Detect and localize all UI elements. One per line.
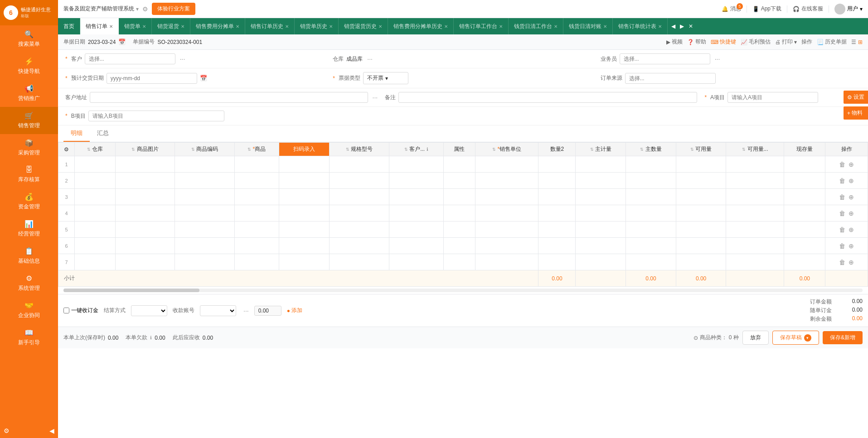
row-product[interactable] xyxy=(234,238,279,254)
row-unit[interactable] xyxy=(475,254,538,270)
address-dots-icon[interactable]: ··· xyxy=(373,94,378,101)
view-video-link[interactable]: ▶ 视频 xyxy=(666,38,683,46)
tab-sales-invoice[interactable]: 销货单 ✕ xyxy=(119,18,152,34)
tab-cash-workbench[interactable]: 钱货日清工作台 ✕ xyxy=(509,18,563,34)
row-unit[interactable] xyxy=(475,238,538,254)
row-code[interactable] xyxy=(175,254,234,270)
invoice-select[interactable]: 不开票 ▾ xyxy=(363,72,408,84)
quick-checkout-field[interactable]: 一键收订金 xyxy=(63,307,98,314)
customer-input[interactable] xyxy=(85,53,175,64)
sidebar-item-marketing[interactable]: 📢 营销推广 xyxy=(0,80,58,107)
payment-method-select[interactable] xyxy=(131,305,167,316)
tab-detail[interactable]: 明细 xyxy=(63,125,90,142)
tab-close-icon[interactable]: ✕ xyxy=(499,24,503,29)
row-unit[interactable] xyxy=(475,173,538,189)
row-attributes[interactable] xyxy=(443,238,475,254)
row-copy-btn[interactable]: ⊕ xyxy=(848,160,855,169)
row-copy-btn[interactable]: ⊕ xyxy=(848,176,855,185)
tab-cash-reconcile[interactable]: 钱货日清对账 ✕ xyxy=(563,18,613,34)
account-dots-icon[interactable]: ··· xyxy=(243,307,249,314)
solution-button[interactable]: 体验行业方案 xyxy=(152,3,195,15)
history-link[interactable]: 📃 历史单据 xyxy=(817,38,847,46)
row-code[interactable] xyxy=(175,238,234,254)
tab-close-icon[interactable]: ✕ xyxy=(109,24,113,29)
collapse-icon[interactable]: ◀ xyxy=(49,427,54,434)
row-spec[interactable] xyxy=(330,205,389,221)
row-copy-btn[interactable]: ⊕ xyxy=(848,193,855,202)
row-code[interactable] xyxy=(175,156,234,173)
quick-checkout-checkbox[interactable] xyxy=(63,308,69,313)
tab-home[interactable]: 首页 xyxy=(58,18,80,34)
expand-icon[interactable]: ⊞ xyxy=(858,39,863,45)
row-delete-btn[interactable]: 🗑 xyxy=(838,258,846,267)
settings-float-btn[interactable]: ⚙ 设置 xyxy=(844,91,868,104)
settings-bottom-icon[interactable]: ⚙ xyxy=(4,427,10,434)
user-menu[interactable]: 用户 ▾ xyxy=(834,4,863,14)
row-qty2[interactable] xyxy=(538,189,576,205)
row-delete-btn[interactable]: 🗑 xyxy=(838,241,846,250)
row-code[interactable] xyxy=(175,189,234,205)
tab-sales-return[interactable]: 销货退货 ✕ xyxy=(152,18,190,34)
sidebar-item-enterprise[interactable]: 🤝 企业协同 xyxy=(0,297,58,324)
row-unit[interactable] xyxy=(475,205,538,221)
row-customer-code[interactable] xyxy=(389,156,443,173)
row-spec[interactable] xyxy=(330,173,389,189)
row-main-qty[interactable] xyxy=(626,254,676,270)
row-product[interactable] xyxy=(234,173,279,189)
operate-link[interactable]: 操作 xyxy=(801,38,812,46)
row-delete-btn[interactable]: 🗑 xyxy=(838,193,846,202)
save-new-button[interactable]: 保存&新增 xyxy=(823,331,863,344)
row-warehouse[interactable] xyxy=(75,205,116,221)
row-delete-btn[interactable]: 🗑 xyxy=(838,225,846,234)
row-qty2[interactable] xyxy=(538,173,576,189)
scroll-thumb[interactable] xyxy=(63,289,199,292)
tab-sales-statistics[interactable]: 销售订单统计表 ✕ xyxy=(613,18,668,34)
row-qty2[interactable] xyxy=(538,221,576,238)
row-qty2[interactable] xyxy=(538,254,576,270)
row-product[interactable] xyxy=(234,205,279,221)
row-product[interactable] xyxy=(234,254,279,270)
row-qty2[interactable] xyxy=(538,238,576,254)
tab-close-icon[interactable]: ✕ xyxy=(444,24,448,29)
sidebar-item-guide[interactable]: 📖 新手引导 xyxy=(0,324,58,351)
row-main-qty[interactable] xyxy=(626,173,676,189)
row-warehouse[interactable] xyxy=(75,238,116,254)
remarks-input[interactable] xyxy=(398,92,697,103)
row-qty2[interactable] xyxy=(538,205,576,221)
row-product[interactable] xyxy=(234,156,279,173)
app-download-link[interactable]: 📱 App下载 xyxy=(752,5,781,13)
b-project-input[interactable] xyxy=(88,111,224,121)
row-customer-code[interactable] xyxy=(389,173,443,189)
tab-sales-expense[interactable]: 销售费用分摊单 ✕ xyxy=(190,18,245,34)
row-customer-code[interactable] xyxy=(389,254,443,270)
row-main-qty[interactable] xyxy=(626,156,676,173)
account-select[interactable] xyxy=(200,305,236,316)
horizontal-scrollbar[interactable] xyxy=(63,289,863,292)
row-main-qty[interactable] xyxy=(626,221,676,238)
row-copy-btn[interactable]: ⊕ xyxy=(848,225,855,234)
row-customer-code[interactable] xyxy=(389,205,443,221)
tab-close-icon[interactable]: ✕ xyxy=(181,24,184,29)
tab-return-history[interactable]: 销货退货历史 ✕ xyxy=(339,18,388,34)
tab-close-icon[interactable]: ✕ xyxy=(554,24,558,29)
row-spec[interactable] xyxy=(330,221,389,238)
add-button[interactable]: ● 添加 xyxy=(287,307,302,314)
row-spec[interactable] xyxy=(330,254,389,270)
tab-order-workbench[interactable]: 销售订单工作台 ✕ xyxy=(454,18,509,34)
row-attributes[interactable] xyxy=(443,156,475,173)
delivery-date-input[interactable] xyxy=(107,73,197,84)
calendar-icon[interactable]: 📅 xyxy=(118,39,126,45)
delivery-calendar-icon[interactable]: 📅 xyxy=(200,75,207,82)
row-warehouse[interactable] xyxy=(75,221,116,238)
sidebar-item-finance[interactable]: 💰 资金管理 xyxy=(0,188,58,215)
row-delete-btn[interactable]: 🗑 xyxy=(838,160,846,169)
row-copy-btn[interactable]: ⊕ xyxy=(848,209,855,218)
row-warehouse[interactable] xyxy=(75,189,116,205)
tab-close-icon[interactable]: ✕ xyxy=(658,24,662,29)
row-product[interactable] xyxy=(234,189,279,205)
print-link[interactable]: 🖨 打印 ▾ xyxy=(775,38,797,46)
row-copy-btn[interactable]: ⊕ xyxy=(848,241,855,250)
row-delete-btn[interactable]: 🗑 xyxy=(838,176,846,185)
row-spec[interactable] xyxy=(330,238,389,254)
nav-prev-icon[interactable]: ◀ xyxy=(669,22,677,30)
